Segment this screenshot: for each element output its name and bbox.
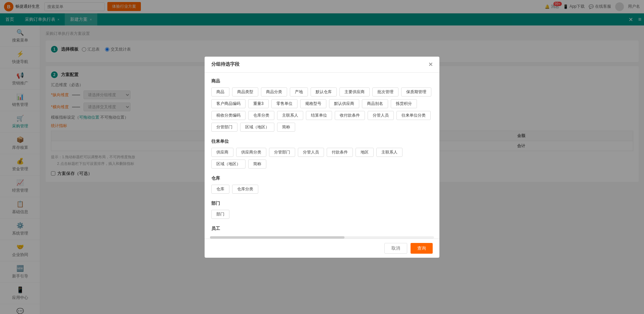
field-tag[interactable]: 分管人员: [298, 148, 324, 157]
modal-overlay: 分组待选字段 ✕ 商品商品商品类型商品分类产地默认仓库主要供应商批次管理保质期管…: [0, 0, 644, 314]
field-tag[interactable]: 区域（地区）: [240, 123, 274, 132]
field-tag[interactable]: 默认仓库: [311, 87, 337, 97]
field-tag[interactable]: 简称: [248, 160, 266, 169]
field-tag[interactable]: 商品分类: [261, 87, 287, 97]
field-tag[interactable]: 拣货积分: [391, 99, 417, 108]
field-tags-goods: 商品商品类型商品分类产地默认仓库主要供应商批次管理保质期管理客户商品编码重量3零…: [211, 87, 433, 132]
field-section-partner: 往来单位供应商供应商分类分管部门分管人员付款条件地区主联系人区域（地区）简称: [211, 138, 433, 169]
field-tag[interactable]: 供应商: [211, 148, 233, 157]
field-tag[interactable]: 仓库: [211, 185, 229, 194]
field-tag[interactable]: 批次管理: [372, 87, 398, 97]
field-tags-dept: 部门: [211, 210, 433, 219]
field-tag[interactable]: 部门: [211, 210, 229, 219]
section-title-staff: 员工: [211, 226, 433, 232]
field-section-goods: 商品商品商品类型商品分类产地默认仓库主要供应商批次管理保质期管理客户商品编码重量…: [211, 78, 433, 132]
section-title-warehouse: 仓库: [211, 175, 433, 181]
field-tag[interactable]: 主要供应商: [339, 87, 370, 97]
field-tag[interactable]: 分管部门: [269, 148, 295, 157]
field-tags-partner: 供应商供应商分类分管部门分管人员付款条件地区主联系人区域（地区）简称: [211, 148, 433, 169]
field-tag[interactable]: 地区: [356, 148, 374, 157]
modal-footer: 取消 查询: [205, 239, 439, 258]
field-tag[interactable]: 客户商品编码: [211, 99, 246, 108]
field-select-modal: 分组待选字段 ✕ 商品商品商品类型商品分类产地默认仓库主要供应商批次管理保质期管…: [205, 57, 439, 258]
section-title-goods: 商品: [211, 78, 433, 84]
field-tags-warehouse: 仓库仓库分类: [211, 185, 433, 194]
modal-header: 分组待选字段 ✕: [205, 57, 439, 73]
field-tag[interactable]: 付款条件: [327, 148, 353, 157]
field-tag[interactable]: 主联系人: [376, 148, 402, 157]
field-tag[interactable]: 分管人员: [368, 111, 394, 120]
field-tag[interactable]: 仓库分类: [232, 185, 258, 194]
field-tag[interactable]: 收付款条件: [335, 111, 365, 120]
field-tag[interactable]: 区域（地区）: [211, 160, 246, 169]
confirm-button[interactable]: 查询: [411, 243, 433, 254]
field-tag[interactable]: 分管部门: [211, 123, 237, 132]
scrollbar-thumb: [210, 236, 344, 238]
modal-title: 分组待选字段: [211, 61, 239, 67]
field-tag[interactable]: 简称: [277, 123, 295, 132]
modal-body: 商品商品商品类型商品分类产地默认仓库主要供应商批次管理保质期管理客户商品编码重量…: [205, 73, 439, 235]
field-tag[interactable]: 产地: [290, 87, 308, 97]
field-tag[interactable]: 供应商分类: [236, 148, 266, 157]
field-tag[interactable]: 零售单位: [271, 99, 298, 108]
field-tag[interactable]: 商品类型: [232, 87, 258, 97]
field-tag[interactable]: 商品: [211, 87, 229, 97]
field-tag[interactable]: 规格型号: [300, 99, 326, 108]
field-tag[interactable]: 结算单位: [306, 111, 332, 120]
field-tag[interactable]: 默认供应商: [329, 99, 359, 108]
field-tag[interactable]: 往来单位分类: [396, 111, 431, 120]
field-tag[interactable]: 重量3: [248, 99, 269, 108]
modal-close-btn[interactable]: ✕: [428, 61, 433, 68]
field-tag[interactable]: 保质期管理: [401, 87, 431, 97]
section-title-partner: 往来单位: [211, 138, 433, 144]
field-tag[interactable]: 商品别名: [362, 99, 388, 108]
field-tag[interactable]: 税收分类编码: [211, 111, 246, 120]
horizontal-scrollbar[interactable]: [210, 236, 434, 238]
section-title-dept: 部门: [211, 200, 433, 206]
field-section-staff: 员工业务员: [211, 226, 433, 235]
field-tag[interactable]: 仓库分类: [248, 111, 274, 120]
field-section-warehouse: 仓库仓库仓库分类: [211, 175, 433, 194]
field-tag[interactable]: 主联系人: [277, 111, 303, 120]
field-section-dept: 部门部门: [211, 200, 433, 219]
cancel-button[interactable]: 取消: [384, 243, 407, 254]
